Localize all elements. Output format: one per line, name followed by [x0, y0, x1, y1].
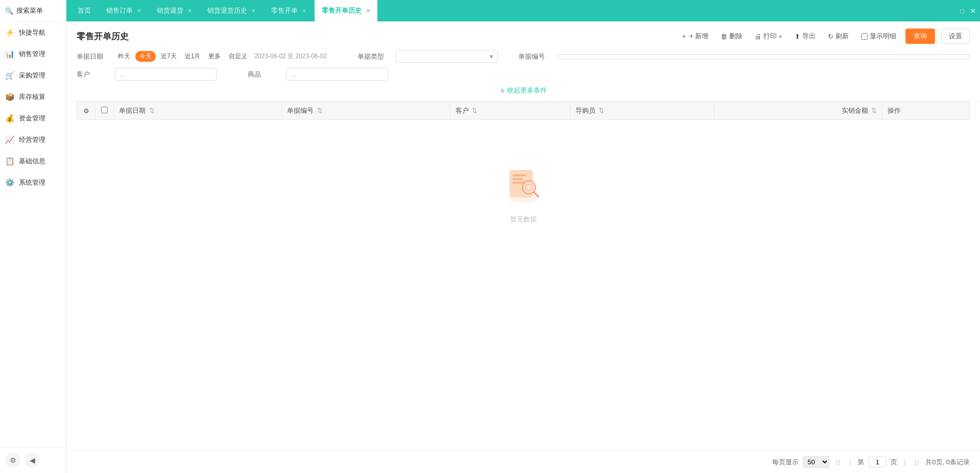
add-button[interactable]: ＋ + 新增 [678, 30, 711, 43]
date-btn-yesterday[interactable]: 昨天 [115, 51, 133, 62]
sidebar-item-sys-mgmt[interactable]: ⚙️ 系统管理 [0, 172, 66, 193]
display-detail-input[interactable] [861, 33, 868, 40]
customer-input[interactable]: ... [115, 68, 217, 81]
date-btn-custom[interactable]: 自定义 [226, 51, 250, 62]
sidebar-item-basic-info[interactable]: 📋 基础信息 [0, 151, 66, 172]
sidebar: 🔍 搜索菜单 ⚡ 快捷导航 📊 销售管理 🛒 采购管理 📦 库存核算 💰 资金管… [0, 0, 66, 473]
tab-sales-return-label: 销货退货 [157, 6, 183, 15]
prev-page-btn[interactable]: ⟨ [847, 457, 853, 467]
sales-icon: 📊 [5, 49, 15, 59]
no-sort-icon: ⇅ [317, 107, 323, 114]
date-buttons: 昨天 今天 近7天 近1月 更多 自定义 2023-06-02 至 2023-0… [115, 51, 327, 62]
collapse-filter-btn[interactable]: ∧ 收起更多条件 [500, 86, 547, 95]
th-amount[interactable]: 实销金额 ⇅ [714, 102, 882, 120]
sidebar-item-label: 采购管理 [19, 71, 45, 80]
table-header-row: ⚙ 单据日期 ⇅ 单据编号 ⇅ 客户 [77, 102, 970, 120]
filter-area: 单据日期 昨天 今天 近7天 近1月 更多 自定义 2023-06-02 至 2… [66, 44, 980, 102]
doc-type-select[interactable]: ▾ [396, 50, 498, 63]
doc-no-filter-label: 单据编号 [518, 52, 546, 61]
amount-sort-icon: ⇅ [871, 107, 877, 114]
tab-sales-order-label: 销售订单 [106, 6, 133, 15]
tab-home[interactable]: 首页 [70, 0, 98, 21]
date-btn-1month[interactable]: 近1月 [182, 51, 204, 62]
display-detail-checkbox[interactable]: 显示明细 [858, 30, 899, 43]
customer-sort-icon: ⇅ [472, 107, 477, 114]
operations-icon: 📈 [5, 135, 15, 144]
tab-sales-return-history-close[interactable]: ✕ [251, 8, 256, 14]
select-all-checkbox[interactable] [101, 107, 108, 113]
per-page-label: 每页显示 [772, 458, 799, 467]
sidebar-item-sales-mgmt[interactable]: 📊 销售管理 [0, 43, 66, 65]
tab-retail-open-label: 零售开单 [271, 6, 298, 15]
next-page-btn[interactable]: ⟩ [901, 457, 908, 467]
inventory-icon: 📦 [5, 92, 15, 102]
th-date[interactable]: 单据日期 ⇅ [114, 102, 282, 120]
doc-no-input[interactable] [557, 54, 970, 59]
guide-sort-icon: ⇅ [599, 107, 604, 114]
sidebar-item-inventory[interactable]: 📦 库存核算 [0, 86, 66, 108]
th-customer[interactable]: 客户 ⇅ [450, 102, 570, 120]
sys-mgmt-icon: ⚙️ [5, 178, 15, 187]
sidebar-item-label: 资金管理 [19, 114, 45, 123]
print-label: 打印 [763, 32, 777, 41]
window-restore-btn[interactable]: □ [960, 7, 964, 15]
total-info: 共0页, 0条记录 [925, 458, 970, 467]
th-checkbox[interactable] [95, 102, 114, 120]
th-guide[interactable]: 导购员 ⇅ [570, 102, 714, 120]
sidebar-item-finance[interactable]: 💰 资金管理 [0, 108, 66, 129]
settings-bottom-btn[interactable]: ⚙ [5, 453, 20, 468]
date-sort-icon: ⇅ [149, 107, 155, 114]
tab-retail-open-close[interactable]: ✕ [302, 8, 306, 14]
first-page-btn[interactable]: ⟨⟨ [833, 457, 843, 467]
sidebar-item-purchase-mgmt[interactable]: 🛒 采购管理 [0, 65, 66, 86]
customer-input-placeholder: ... [119, 70, 125, 78]
tab-sales-order-close[interactable]: ✕ [137, 8, 141, 14]
page-input[interactable] [868, 457, 887, 467]
tab-retail-history-close[interactable]: ✕ [366, 8, 370, 14]
sidebar-item-label: 基础信息 [19, 157, 45, 166]
last-page-btn[interactable]: ⟩⟩ [912, 457, 921, 467]
print-button[interactable]: 🖨 打印 ▾ [752, 30, 785, 43]
page-label: 第 [857, 458, 864, 467]
tab-sales-return-close[interactable]: ✕ [187, 8, 192, 14]
refresh-icon: ↻ [828, 33, 833, 40]
page-header: 零售开单历史 ＋ + 新增 🗑 删除 🖨 打印 ▾ ⬆ 导出 [66, 21, 980, 44]
tab-retail-history[interactable]: 零售开单历史 ✕ [315, 0, 377, 21]
tab-sales-return-history[interactable]: 销货退货历史 ✕ [200, 0, 263, 21]
tab-sales-return[interactable]: 销货退货 ✕ [150, 0, 199, 21]
date-btn-today[interactable]: 今天 [135, 51, 156, 62]
goods-input[interactable]: ... [286, 68, 388, 81]
query-button[interactable]: 查询 [905, 29, 935, 44]
window-close-btn[interactable]: ✕ [970, 7, 976, 15]
main-area: 首页 销售订单 ✕ 销货退货 ✕ 销货退货历史 ✕ 零售开单 ✕ 零售开单历史 … [66, 0, 980, 473]
print-arrow-icon: ▾ [779, 33, 782, 40]
refresh-button[interactable]: ↻ 刷新 [825, 30, 852, 43]
sidebar-bottom: ⚙ ◀ [0, 447, 66, 473]
basic-info-icon: 📋 [5, 157, 15, 166]
page-title: 零售开单历史 [77, 31, 129, 42]
sidebar-item-quick-nav[interactable]: ⚡ 快捷导航 [0, 22, 66, 43]
svg-line-6 [533, 192, 538, 196]
date-btn-7days[interactable]: 近7天 [158, 51, 180, 62]
collapse-sidebar-btn[interactable]: ◀ [25, 453, 40, 468]
tab-home-label: 首页 [78, 6, 91, 15]
th-settings[interactable]: ⚙ [77, 102, 95, 120]
tab-retail-open[interactable]: 零售开单 ✕ [264, 0, 314, 21]
doc-type-arrow-icon: ▾ [490, 53, 493, 60]
delete-button[interactable]: 🗑 删除 [718, 30, 746, 43]
date-range-text: 2023-06-02 至 2023-06-02 [254, 52, 326, 61]
sidebar-item-label: 系统管理 [19, 178, 45, 187]
export-button[interactable]: ⬆ 导出 [792, 30, 819, 43]
export-label: 导出 [802, 32, 816, 41]
empty-state: 暂无数据 [77, 120, 970, 265]
date-btn-more[interactable]: 更多 [205, 51, 224, 62]
settings-button[interactable]: 设置 [941, 29, 970, 44]
date-filter-label: 单据日期 [77, 52, 105, 61]
sidebar-item-label: 快捷导航 [19, 28, 45, 37]
sidebar-search[interactable]: 🔍 搜索菜单 [0, 0, 66, 22]
per-page-select[interactable]: 50 100 200 [803, 456, 829, 468]
tab-sales-order[interactable]: 销售订单 ✕ [99, 0, 149, 21]
sidebar-item-operations[interactable]: 📈 经营管理 [0, 129, 66, 151]
th-no[interactable]: 单据编号 ⇅ [282, 102, 450, 120]
pagination: 每页显示 50 100 200 ⟨⟨ ⟨ 第 页 ⟩ ⟩⟩ 共0页, 0条记录 [66, 451, 980, 473]
